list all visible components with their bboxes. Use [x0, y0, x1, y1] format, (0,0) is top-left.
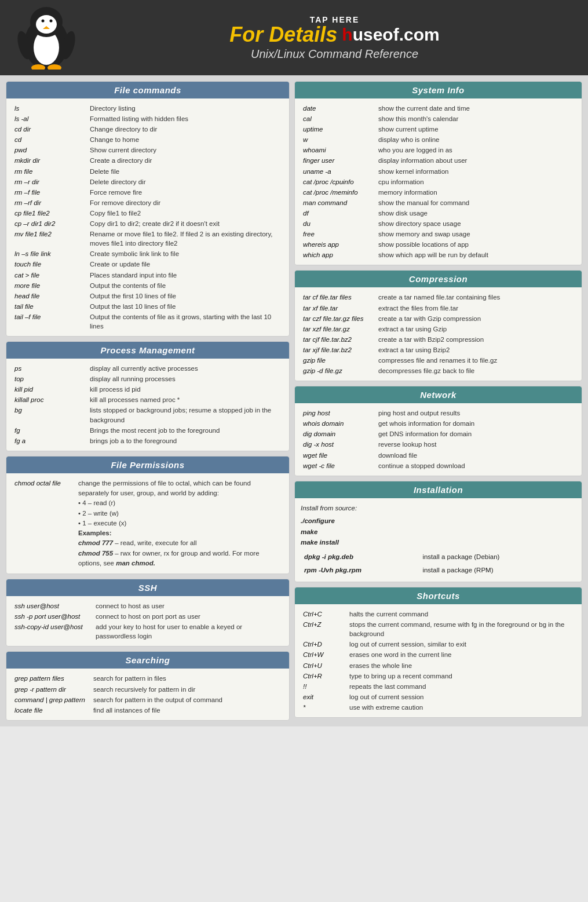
- command-cell: !!: [301, 681, 347, 692]
- table-row: ls -alFormatted listing with hidden file…: [12, 114, 283, 124]
- chmod-bullets: • 4 – read (r)• 2 – write (w)• 1 – execu…: [78, 498, 281, 528]
- chmod-ex2-cmd: chmod 755: [78, 550, 113, 557]
- table-row: dpkg -i pkg.debinstall a package (Debian…: [302, 551, 575, 563]
- command-cell: ps: [12, 363, 87, 374]
- main-content: File commands lsDirectory listingls -alF…: [0, 75, 588, 726]
- command-cell: killall proc: [12, 395, 87, 405]
- table-row: rm –rf dirFor remove directory dir: [12, 198, 283, 208]
- command-cell: ln –s file link: [12, 249, 87, 259]
- file-permissions-section: File Permissions chmod octal file change…: [6, 456, 290, 574]
- command-cell: man command: [301, 198, 376, 208]
- svg-point-3: [36, 15, 57, 34]
- command-cell: bg: [12, 405, 87, 425]
- file-commands-header: File commands: [6, 82, 289, 98]
- description-cell: show this month's calendar: [376, 114, 576, 124]
- description-cell: Show current directory: [87, 145, 283, 155]
- list-item: • 1 – execute (x): [78, 518, 281, 528]
- searching-section: Searching grep pattern filessearch for p…: [6, 651, 290, 720]
- table-row: cdChange to home: [12, 134, 283, 145]
- description-cell: type to bring up a recent command: [347, 671, 576, 681]
- command-cell: grep pattern files: [12, 673, 91, 684]
- table-row: dig domainget DNS information for domain: [301, 429, 576, 439]
- table-row: Ctrl+Dlog out of current session, simila…: [301, 639, 576, 649]
- description-cell: Brings the most recent job to the foregr…: [87, 425, 283, 436]
- table-row: whoamiwho you are logged in as: [301, 145, 576, 155]
- command-cell: dig domain: [301, 429, 376, 439]
- command-cell: du: [301, 218, 376, 229]
- command-cell: ssh -p port user@host: [12, 611, 93, 622]
- table-row: kill pidkill process id pid: [12, 384, 283, 395]
- command-cell: rm –f file: [12, 187, 87, 198]
- command-cell: Ctrl+C: [301, 609, 347, 619]
- unix-title: Unix/Linux Command Reference: [93, 48, 576, 61]
- table-row: wget -c filecontinue a stopped download: [301, 461, 576, 471]
- compression-header: Compression: [295, 271, 582, 287]
- table-row: rm –r dirDelete directory dir: [12, 177, 283, 187]
- command-cell: rm –r dir: [12, 177, 87, 187]
- system-info-header: System Info: [295, 82, 582, 98]
- table-row: cp file1 file2Copy file1 to file2: [12, 208, 283, 218]
- file-commands-table: lsDirectory listingls -alFormatted listi…: [12, 103, 283, 331]
- command-cell: ls: [12, 103, 87, 114]
- command-cell: tail file: [12, 301, 87, 312]
- table-row: tail –f fileOutput the contents of file …: [12, 312, 283, 331]
- description-cell: extract a tar using Bzip2: [376, 345, 576, 355]
- description-cell: ping host and output results: [376, 408, 576, 418]
- process-management-table: psdisplay all currently active processes…: [12, 363, 283, 446]
- table-row: tar cjf file.tar.bz2create a tar with Bz…: [301, 334, 576, 345]
- command-cell: date: [301, 103, 376, 114]
- description-cell: who you are logged in as: [376, 145, 576, 155]
- command-cell: Ctrl+R: [301, 671, 347, 681]
- table-row: cat /proc /cpuinfocpu information: [301, 177, 576, 187]
- description-cell: search for pattern in files: [91, 673, 283, 684]
- description-cell: Formatted listing with hidden files: [87, 114, 283, 124]
- shortcuts-section: Shortcuts Ctrl+Chalts the current comman…: [294, 587, 582, 718]
- table-row: cd dirChange directory to dir: [12, 124, 283, 134]
- description-cell: extract a tar using Gzip: [376, 324, 576, 334]
- command-cell: wget file: [301, 450, 376, 461]
- chmod-example1: chmod 777 – read, write, execute for all: [78, 538, 281, 548]
- command-cell: head file: [12, 291, 87, 301]
- description-cell: download file: [376, 450, 576, 461]
- header-text-block: TAP HERE For Details huseof.com Unix/Lin…: [93, 15, 576, 61]
- houseof-h: h: [342, 25, 352, 44]
- description-cell: Output the last 10 lines of file: [87, 301, 283, 312]
- description-cell: For remove directory dir: [87, 198, 283, 208]
- table-row: gzip filecompresses file and renames it …: [301, 355, 576, 366]
- command-cell: Ctrl+U: [301, 660, 347, 671]
- description-cell: stops the current command, resume with f…: [347, 619, 576, 639]
- description-cell: use with extreme caution: [347, 702, 576, 713]
- description-cell: connect to host on port port as user: [93, 611, 283, 622]
- command-cell: top: [12, 374, 87, 384]
- description-cell: add your key to host for user to enable …: [93, 622, 283, 641]
- network-header: Network: [295, 386, 582, 403]
- shortcuts-header: Shortcuts: [295, 587, 582, 604]
- command-cell: tar xf file.tar: [301, 303, 376, 313]
- description-cell: Output the contents of file as it grows,…: [87, 312, 283, 331]
- file-commands-body: lsDirectory listingls -alFormatted listi…: [6, 98, 289, 336]
- table-row: calshow this month's calendar: [301, 114, 576, 124]
- command-cell: cp –r dir1 dir2: [12, 218, 87, 229]
- table-row: dateshow the current date and time: [301, 103, 576, 114]
- system-info-section: System Info dateshow the current date an…: [294, 81, 582, 265]
- description-cell: create a tar with Bzip2 compression: [376, 334, 576, 345]
- command-cell: df: [301, 208, 376, 218]
- chmod-row: chmod octal file change the permissions …: [12, 478, 283, 569]
- table-row: topdisplay all running processes: [12, 374, 283, 384]
- table-row: fg abrings job a to the foreground: [12, 436, 283, 446]
- table-row: tar xf file.tarextract the files from fi…: [301, 303, 576, 313]
- description-cell: continue a stopped download: [376, 461, 576, 471]
- description-cell: get DNS information for domain: [376, 429, 576, 439]
- list-item: • 2 – write (w): [78, 509, 281, 518]
- table-row: cp –r dir1 dir2Copy dir1 to dir2; create…: [12, 218, 283, 229]
- table-row: tar xjf file.tar.bz2extract a tar using …: [301, 345, 576, 355]
- command-cell: Ctrl+Z: [301, 619, 347, 639]
- description-cell: brings job a to the foreground: [87, 436, 283, 446]
- command-cell: Ctrl+W: [301, 649, 347, 660]
- description-cell: reverse lookup host: [376, 439, 576, 450]
- ssh-header: SSH: [6, 579, 289, 596]
- table-row: dushow directory space usage: [301, 218, 576, 229]
- command-cell: touch file: [12, 259, 87, 269]
- table-row: tar xzf file.tar.gzextract a tar using G…: [301, 324, 576, 334]
- description-cell: Directory listing: [87, 103, 283, 114]
